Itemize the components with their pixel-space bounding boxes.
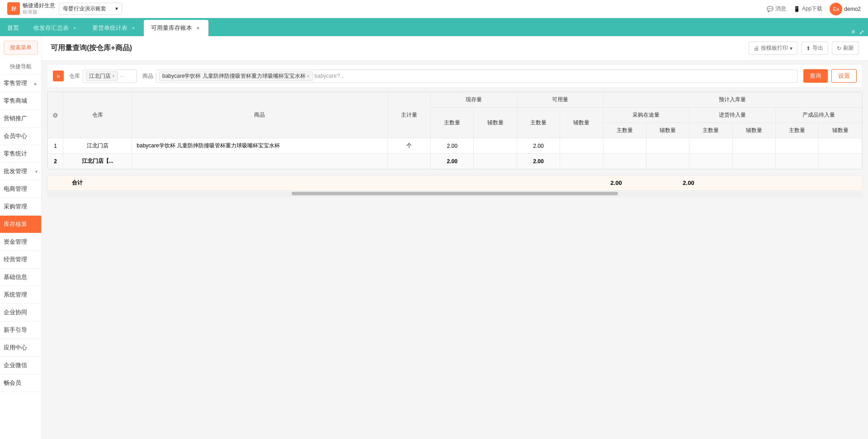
sidebar-item-purchase[interactable]: 采购管理 [0,198,41,215]
col-pt-aux-header: 辅数量 [646,123,689,138]
warehouse-filter-input[interactable]: 江北门店 × ··· [83,70,137,83]
filter-toggle-btn[interactable]: » [53,71,64,81]
tab-home[interactable]: 首页 [0,20,26,36]
row1-pp-aux [732,138,775,154]
close-all-icon[interactable]: × [851,28,855,36]
row2-pt-main [603,154,646,169]
sidebar-item-ecommerce-section: 电商管理 [0,180,41,198]
tab-receive-summary[interactable]: 收发存汇总表 × [26,20,85,36]
query-btn[interactable]: 查询 [803,69,828,83]
sidebar-retail-arrow-icon: ▲ [33,81,38,86]
message-btn[interactable]: 💬 消息 [767,5,786,13]
sidebar-item-marketing[interactable]: 营销推广 [0,110,41,127]
sidebar-item-membership[interactable]: 畅会员 [0,374,41,392]
message-label: 消息 [775,5,786,13]
sidebar-item-wechat[interactable]: 企业微信 [0,357,41,374]
tab-receive-label: 收发存汇总表 [33,24,69,32]
sidebar-item-purchase-label: 采购管理 [4,203,27,211]
top-bar-right: 💬 消息 📱 App下载 Ea demo2 [767,3,861,15]
print-btn[interactable]: 🖨 按模板打印 ▾ [749,42,797,55]
data-table: ⚙ 仓库 商品 主计量 现存量 可用量 预计入库量 主数量 辅数量 主数量 辅数… [47,92,862,169]
tab-order-stats[interactable]: 要货单统计表 × [85,20,144,36]
product-tag-babycare: babycare学饮杯 儿童防摔防撞吸管杯重力球吸嘴杯宝宝水杯 × [159,71,313,81]
user-profile[interactable]: Ea demo2 [830,3,861,15]
sidebar-item-newbie-section: 新手引导 [0,321,41,339]
chevron-down-icon: ▾ [115,5,118,12]
brand-logo: 好 畅捷通好生意 标准版 [7,2,55,15]
refresh-btn[interactable]: ↻ 刷新 [832,42,859,55]
avatar-text: Ea [833,6,839,12]
sidebar-item-appcenter[interactable]: 应用中心 [0,339,41,356]
sidebar-item-newbie[interactable]: 新手引导 [0,321,41,339]
tab-end-actions: × ⤢ [851,28,868,36]
warehouse-filter-ellipsis[interactable]: ··· [120,73,124,79]
export-label: 导出 [812,44,823,52]
col-purchase-pending-header: 进货待入量 [689,108,776,123]
sidebar-item-members[interactable]: 会员中心 [0,127,41,145]
sidebar-item-basic-info-section: 基础信息 [0,269,41,286]
tab-receive-close[interactable]: × [71,25,78,31]
col-pp-main-header: 主数量 [689,123,732,138]
tab-available-label: 可用量库存账本 [151,24,192,32]
sidebar-item-retail-mgmt[interactable]: 零售管理 ▲ [0,75,41,92]
row2-stock-aux [474,154,517,169]
warehouse-tag-close[interactable]: × [112,74,115,79]
horizontal-scrollbar[interactable] [47,192,863,197]
industry-select[interactable]: 母婴行业演示账套 ▾ [59,3,122,15]
sidebar-wholesale-arrow-icon: ▾ [35,169,38,174]
sidebar-item-basic-info[interactable]: 基础信息 [0,269,41,286]
product-filter-input[interactable]: babycare学饮杯 儿童防摔防撞吸管杯重力球吸嘴杯宝宝水杯 × babyca… [156,70,798,83]
col-stock-main-header: 主数量 [430,108,473,138]
col-warehouse-header: 仓库 [63,92,132,138]
sidebar-item-newbie-label: 新手引导 [4,326,27,334]
export-btn[interactable]: ⬆ 导出 [801,42,828,55]
sidebar-item-operation[interactable]: 经营管理 [0,251,41,268]
row1-prod-main [776,138,819,154]
sidebar-item-inventory[interactable]: 库存核算 [0,216,41,233]
table-row: 1 江北门店 babycare学饮杯 儿童防摔防撞吸管杯重力球吸嘴杯宝宝水杯 个… [48,138,862,154]
sidebar-item-finance-label: 资金管理 [4,238,27,246]
sidebar-item-basic-info-label: 基础信息 [4,273,27,281]
sidebar-item-retail-mgmt-label: 零售管理 [4,79,27,87]
row2-available-aux [560,154,603,169]
sidebar-item-operation-label: 经营管理 [4,255,27,264]
sidebar-item-enterprise[interactable]: 企业协同 [0,304,41,321]
sidebar-item-system[interactable]: 系统管理 [0,286,41,303]
sidebar-item-appcenter-label: 应用中心 [4,344,27,352]
tab-available-close[interactable]: × [195,25,201,31]
search-menu-btn[interactable]: 搜索菜单 [4,41,38,55]
col-stock-header: 现存量 [430,92,517,108]
main-layout: 搜索菜单 快捷导航 零售管理 ▲ 零售商城 营销推广 会员中心 [0,36,868,439]
tab-order-close[interactable]: × [130,25,137,31]
sidebar-item-retail-mall[interactable]: 零售商城 [0,92,41,109]
col-main-unit-header: 主计量 [387,92,430,138]
row1-available-main: 2.00 [517,138,560,154]
warehouse-filter-group: 仓库 江北门店 × ··· [69,70,137,83]
row1-stock-aux [474,138,517,154]
row2-available-main: 2.00 [517,154,560,169]
sidebar-item-wholesale[interactable]: 批发管理 ▾ [0,163,41,180]
tab-available-inventory[interactable]: 可用量库存账本 × [144,20,208,36]
table-container: ⚙ 仓库 商品 主计量 现存量 可用量 预计入库量 主数量 辅数量 主数量 辅数… [47,91,863,170]
app-icon: 📱 [793,6,800,12]
sidebar-item-ecommerce[interactable]: 电商管理 [0,180,41,198]
col-pp-aux-header: 辅数量 [732,123,775,138]
maximize-icon[interactable]: ⤢ [859,28,864,36]
quick-nav-label[interactable]: 快捷导航 [4,63,38,71]
top-bar-left: 好 畅捷通好生意 标准版 母婴行业演示账套 ▾ [7,2,122,15]
product-tag-close[interactable]: × [307,74,310,79]
app-download-btn[interactable]: 📱 App下载 [793,5,822,13]
sidebar-item-retail-mgmt-section: 零售管理 ▲ [0,75,41,92]
row1-prod-aux [819,138,862,154]
sidebar-item-finance[interactable]: 资金管理 [0,233,41,250]
row1-stock-main: 2.00 [430,138,473,154]
col-prod-main-header: 主数量 [776,123,819,138]
table-settings-icon[interactable]: ⚙ [52,112,58,119]
settings-btn[interactable]: 设置 [831,69,857,83]
sidebar-item-marketing-label: 营销推广 [4,114,27,123]
chevron-right-icon: » [57,72,60,80]
sidebar-item-wechat-label: 企业微信 [4,361,27,369]
row2-pp-main [689,154,732,169]
sidebar-item-retail-mall-label: 零售商城 [4,97,27,105]
sidebar-item-retail-stats[interactable]: 零售统计 [0,145,41,162]
